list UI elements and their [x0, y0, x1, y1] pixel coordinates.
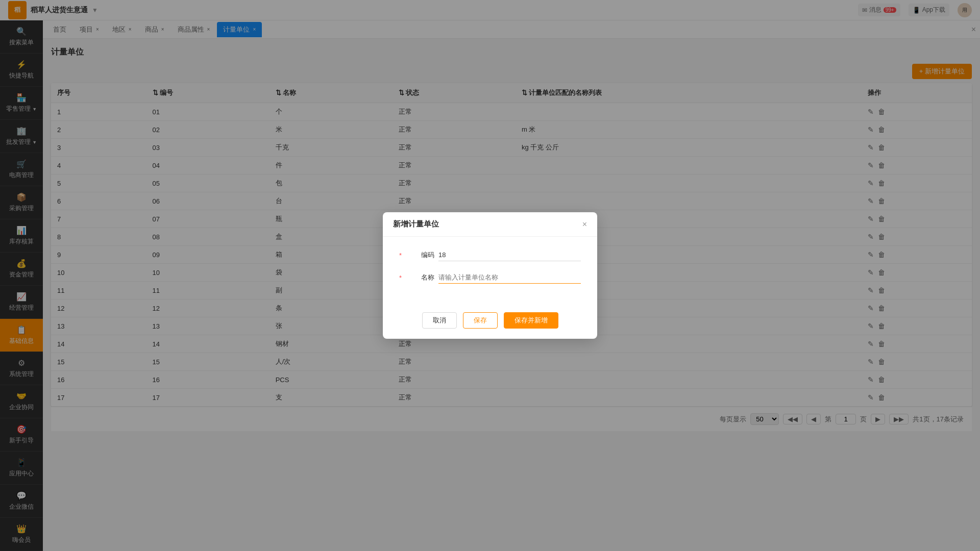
required-mark-name: *: [399, 274, 402, 282]
save-and-new-button[interactable]: 保存并新增: [504, 312, 558, 329]
code-label: 编码: [404, 251, 434, 260]
cancel-button[interactable]: 取消: [422, 312, 457, 329]
modal-footer: 取消 保存 保存并新增: [383, 306, 597, 339]
save-button[interactable]: 保存: [463, 312, 498, 329]
modal-overlay[interactable]: 新增计量单位 × * 编码 * 名称 取消 保存 保存并新增: [0, 0, 980, 551]
name-input[interactable]: [438, 271, 581, 284]
name-label: 名称: [404, 273, 434, 282]
modal-dialog: 新增计量单位 × * 编码 * 名称 取消 保存 保存并新增: [383, 212, 597, 339]
modal-title: 新增计量单位: [393, 219, 439, 229]
form-row-name: * 名称: [399, 271, 581, 284]
modal-header: 新增计量单位 ×: [383, 212, 597, 237]
modal-body: * 编码 * 名称: [383, 237, 597, 306]
required-mark-code: *: [399, 252, 402, 259]
code-input[interactable]: [438, 249, 581, 261]
form-row-code: * 编码: [399, 249, 581, 261]
modal-close-button[interactable]: ×: [582, 220, 587, 229]
